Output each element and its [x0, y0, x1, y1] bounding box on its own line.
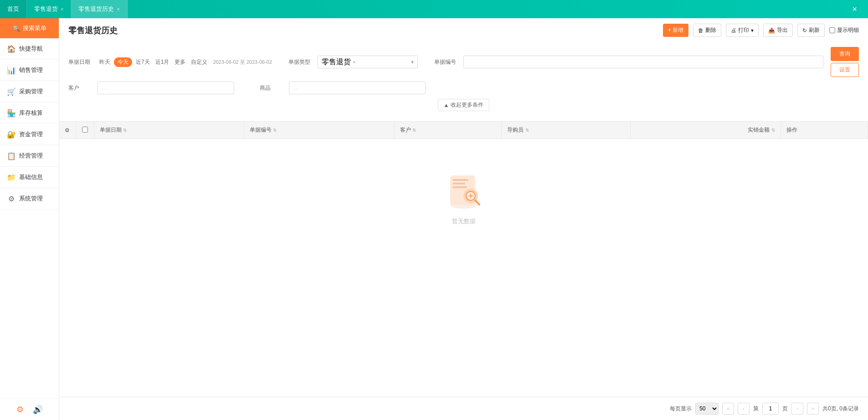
goods-label: 商品: [260, 84, 285, 92]
page-size-select[interactable]: 50 100 200: [695, 403, 719, 415]
last-page-btn[interactable]: »: [807, 403, 819, 415]
customer-filter-group: 客户 …: [68, 82, 234, 94]
goods-filter-group: 商品 …: [260, 82, 426, 94]
doc-type-dropdown-icon: ▾: [411, 59, 414, 65]
export-button[interactable]: 📤 导出: [763, 24, 793, 37]
system-icon: ⚙: [7, 195, 15, 203]
first-page-btn[interactable]: «: [722, 403, 734, 415]
topbar: 首页 零售退货 × 零售退货历史 × ×: [0, 0, 868, 18]
total-info: 共0页, 0条记录: [822, 405, 859, 413]
collapse-up-icon: ▲: [444, 102, 449, 108]
table-wrap: ⚙ 单据日期 ⇅ 单据编号 ⇅: [59, 122, 868, 397]
prev-page-btn[interactable]: ‹: [738, 403, 750, 415]
sidebar-item-finance-label: 资金管理: [19, 130, 43, 138]
doc-type-label: 单据类型: [288, 58, 314, 66]
tab-retail-return[interactable]: 零售退货 ×: [27, 0, 71, 18]
collapse-row: ▲ 收起更多条件: [68, 97, 859, 115]
customer-label: 客户: [68, 84, 94, 92]
doc-type-tag-close[interactable]: ×: [353, 59, 355, 65]
sidebar-item-system[interactable]: ⚙ 系统管理: [0, 188, 59, 210]
date-custom-btn[interactable]: 自定义: [189, 57, 209, 67]
date-range-text: 2023-06-02 至 2023-06-02: [213, 59, 272, 66]
settings-button[interactable]: 设置: [831, 63, 859, 77]
window-close-icon[interactable]: ×: [848, 5, 861, 14]
date-range-wrap: 2023-06-02 至 2023-06-02: [213, 59, 272, 66]
doc-type-select[interactable]: 零售退货 × ▾: [318, 56, 418, 68]
sidebar-item-purchase-mgmt[interactable]: 🛒 采购管理: [0, 81, 59, 102]
guide-sort-icon: ⇅: [525, 128, 529, 133]
add-button[interactable]: + 新增: [663, 24, 688, 37]
tab-retail-return-history[interactable]: 零售退货历史 ×: [71, 0, 127, 18]
sidebar: 🔍 搜索菜单 🏠 快捷导航 📊 销售管理 🛒 采购管理 🏪 库存核算 🔐 资金管…: [0, 18, 59, 420]
doc-no-label: 单据编号: [434, 58, 460, 66]
export-icon: 📤: [768, 27, 775, 34]
date-1month-btn[interactable]: 近1月: [154, 57, 171, 67]
customer-col-header[interactable]: 客户 ⇅: [394, 122, 502, 139]
select-all-checkbox[interactable]: [82, 127, 88, 133]
refresh-button[interactable]: ↻ 刷新: [797, 24, 825, 37]
goods-input[interactable]: …: [289, 82, 426, 94]
data-table: ⚙ 单据日期 ⇅ 单据编号 ⇅: [59, 122, 868, 139]
date-filter-label: 单据日期: [68, 58, 94, 66]
sidebar-item-operations[interactable]: 📋 经营管理: [0, 145, 59, 167]
pagination: 每页显示 50 100 200 « ‹ 第 页 › » 共0页, 0条记录: [59, 397, 868, 420]
doc-no-input[interactable]: [463, 56, 823, 68]
table-container: ⚙ 单据日期 ⇅ 单据编号 ⇅: [59, 122, 868, 420]
sidebar-item-inventory[interactable]: 🏪 库存核算: [0, 102, 59, 124]
show-detail-checkbox[interactable]: [829, 27, 835, 33]
print-dropdown-icon: ▾: [751, 27, 754, 34]
sidebar-item-finance[interactable]: 🔐 资金管理: [0, 124, 59, 145]
show-detail-checkbox-wrap[interactable]: 显示明细: [829, 26, 859, 34]
customer-sort-icon: ⇅: [412, 128, 416, 133]
tab-retail-return-close[interactable]: ×: [61, 6, 63, 12]
audio-bottom-icon[interactable]: 🔊: [33, 405, 43, 415]
tab-retail-return-history-close[interactable]: ×: [117, 6, 119, 12]
guide-col-header[interactable]: 导购员 ⇅: [502, 122, 631, 139]
settings-bottom-icon[interactable]: ⚙: [16, 405, 24, 415]
doc-date-sort-icon: ⇅: [123, 128, 127, 133]
customer-placeholder: …: [102, 85, 107, 91]
print-icon: 🖨: [731, 27, 736, 34]
date-7days-btn[interactable]: 近7天: [134, 57, 152, 67]
date-quick-btns: 昨天 今天 近7天 近1月 更多 自定义: [98, 57, 209, 67]
delete-button[interactable]: 🗑 删除: [693, 24, 721, 37]
topbar-right: ×: [848, 5, 868, 14]
sidebar-item-inventory-label: 库存核算: [19, 109, 43, 117]
date-today-btn[interactable]: 今天: [114, 57, 132, 67]
doc-no-col-header[interactable]: 单据编号 ⇅: [244, 122, 395, 139]
checkbox-col-header[interactable]: [76, 122, 94, 139]
refresh-icon: ↻: [802, 27, 807, 34]
sidebar-item-quick-nav[interactable]: 🏠 快捷导航: [0, 38, 59, 60]
gear-icon: ⚙: [65, 127, 70, 133]
query-button[interactable]: 查询: [831, 47, 859, 61]
current-page-input[interactable]: [762, 403, 779, 415]
inventory-icon: 🏪: [7, 109, 15, 117]
gear-col-header[interactable]: ⚙: [59, 122, 76, 139]
page-title-row: 零售退货历史 + 新增 🗑 删除 🖨 打印 ▾ 📤 导出: [68, 24, 859, 37]
finance-icon: 🔐: [7, 130, 15, 138]
amount-col-header[interactable]: 实销金额 ⇅: [630, 122, 781, 139]
delete-icon: 🗑: [698, 27, 704, 34]
sidebar-item-base-info[interactable]: 📁 基础信息: [0, 167, 59, 188]
page-header: 零售退货历史 + 新增 🗑 删除 🖨 打印 ▾ 📤 导出: [59, 18, 868, 122]
print-button[interactable]: 🖨 打印 ▾: [726, 24, 759, 37]
date-more-btn[interactable]: 更多: [173, 57, 187, 67]
toolbar: + 新增 🗑 删除 🖨 打印 ▾ 📤 导出 ↻: [663, 24, 859, 37]
svg-rect-3: [452, 183, 465, 184]
svg-rect-4: [452, 186, 467, 188]
date-yesterday-btn[interactable]: 昨天: [98, 57, 112, 67]
filter-row-2: 客户 … 商品 …: [68, 82, 859, 94]
tab-retail-return-label: 零售退货: [34, 5, 58, 13]
customer-input[interactable]: …: [98, 82, 234, 94]
sidebar-item-sales-mgmt[interactable]: 📊 销售管理: [0, 60, 59, 81]
sidebar-item-operations-label: 经营管理: [19, 152, 43, 160]
doc-date-col-header[interactable]: 单据日期 ⇅: [94, 122, 244, 139]
sidebar-search[interactable]: 🔍 搜索菜单: [0, 18, 59, 38]
doc-no-filter-group: 单据编号: [434, 56, 823, 68]
next-page-btn[interactable]: ›: [791, 403, 803, 415]
topbar-tabs: 首页 零售退货 × 零售退货历史 ×: [0, 0, 848, 18]
tab-home[interactable]: 首页: [0, 0, 27, 18]
collapse-button[interactable]: ▲ 收起更多条件: [438, 99, 490, 111]
sidebar-item-purchase-label: 采购管理: [19, 87, 43, 96]
show-detail-label: 显示明细: [837, 26, 859, 34]
